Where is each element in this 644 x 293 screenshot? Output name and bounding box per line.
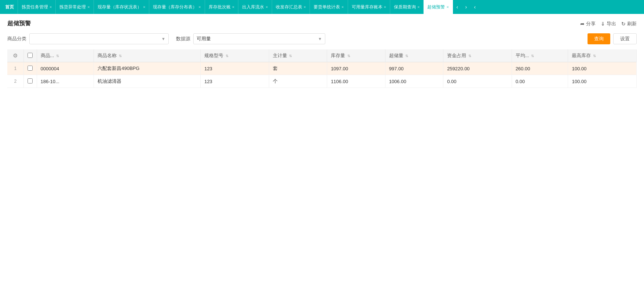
nav-tab-4[interactable]: 现存量（库存分布表） ×: [149, 0, 205, 14]
share-icon: ➦: [580, 21, 585, 27]
row-stock-1: 1106.00: [327, 75, 385, 88]
category-select[interactable]: ▼: [29, 33, 169, 44]
settings-button[interactable]: 设置: [613, 33, 637, 44]
col-max-stock[interactable]: 最高库存 ⇅: [568, 49, 637, 62]
row-checkbox-1[interactable]: [23, 75, 37, 88]
nav-tab-9[interactable]: 可用量库存账本 ×: [348, 0, 390, 14]
select-all-checkbox[interactable]: [28, 53, 33, 58]
datasource-filter: 数据源 可用量 ▼: [176, 33, 325, 44]
export-icon: ⇓: [601, 21, 605, 27]
nav-more-arrow[interactable]: ‹: [471, 0, 479, 14]
close-tab-11[interactable]: ×: [446, 5, 449, 9]
share-button[interactable]: ➦ 分享: [580, 21, 596, 27]
category-label: 商品分类: [7, 36, 26, 42]
row-product-code-0: 0000004: [37, 62, 94, 75]
sort-unit-icon: ⇅: [289, 54, 292, 58]
row-spec-1: 123: [201, 75, 269, 88]
row-select-0[interactable]: [28, 66, 33, 71]
row-max-stock-1: 100.00: [568, 75, 637, 88]
row-product-name-0: 六配套新昌490BPG: [94, 62, 201, 75]
datasource-select[interactable]: 可用量 ▼: [193, 33, 325, 44]
row-capital-0: 259220.00: [443, 62, 512, 75]
table-row: 2 186-10... 机油滤清器 123 个 1106.00 1006.00 …: [7, 75, 637, 88]
datasource-arrow-icon: ▼: [318, 37, 322, 41]
close-tab-9[interactable]: ×: [384, 5, 386, 9]
row-unit-1: 个: [269, 75, 327, 88]
filter-buttons: 查询 设置: [588, 33, 637, 44]
row-overstock-1: 1006.00: [385, 75, 443, 88]
row-select-1[interactable]: [28, 78, 33, 84]
top-nav: 首页 拣货任务管理 × 拣货异常处理 × 现存量（库存状况表） × 现存量（库存…: [0, 0, 644, 14]
nav-tab-10[interactable]: 保质期查询 ×: [390, 0, 424, 14]
close-tab-7[interactable]: ×: [304, 5, 306, 9]
col-spec[interactable]: 规格型号 ⇅: [201, 49, 269, 62]
main-content: 超储预警 ➦ 分享 ⇓ 导出 ↻ 刷新 商品分类 ▼ 数据源: [0, 14, 644, 293]
close-tab-2[interactable]: ×: [87, 5, 89, 9]
row-index-1: 2: [7, 75, 23, 88]
sort-overstock-icon: ⇅: [405, 54, 408, 58]
row-avg-1: 0.00: [512, 75, 568, 88]
nav-tab-1[interactable]: 拣货任务管理 ×: [18, 0, 56, 14]
category-arrow-icon: ▼: [161, 37, 165, 41]
nav-tab-7[interactable]: 收发存汇总表 ×: [272, 0, 310, 14]
datasource-label: 数据源: [176, 36, 190, 42]
query-button[interactable]: 查询: [588, 33, 610, 44]
col-unit[interactable]: 主计量 ⇅: [269, 49, 327, 62]
refresh-icon: ↻: [621, 21, 626, 27]
nav-tab-2[interactable]: 拣货异常处理 ×: [56, 0, 94, 14]
page-header: 超储预警 ➦ 分享 ⇓ 导出 ↻ 刷新: [7, 20, 637, 27]
nav-tab-3[interactable]: 现存量（库存状况表） ×: [94, 0, 149, 14]
close-tab-8[interactable]: ×: [341, 5, 344, 9]
row-index-0: 1: [7, 62, 23, 75]
sort-product-code-icon: ⇅: [56, 54, 59, 58]
row-capital-1: 0.00: [443, 75, 512, 88]
row-max-stock-0: 100.00: [568, 62, 637, 75]
close-tab-4[interactable]: ×: [198, 5, 201, 9]
settings-gear-icon[interactable]: ⚙: [13, 52, 18, 59]
data-table: ⚙ 商品... ⇅ 商品名称 ⇅ 规格型号 ⇅ 主计量: [7, 49, 637, 88]
refresh-button[interactable]: ↻ 刷新: [621, 21, 637, 27]
col-product-name[interactable]: 商品名称 ⇅: [94, 49, 201, 62]
col-stock[interactable]: 库存量 ⇅: [327, 49, 385, 62]
sort-spec-icon: ⇅: [226, 54, 228, 58]
nav-tab-home[interactable]: 首页: [1, 0, 18, 14]
table-header-row: ⚙ 商品... ⇅ 商品名称 ⇅ 规格型号 ⇅ 主计量: [7, 49, 637, 62]
datasource-value: 可用量: [197, 36, 211, 42]
nav-tab-5[interactable]: 库存批次账 ×: [205, 0, 238, 14]
row-overstock-0: 997.00: [385, 62, 443, 75]
col-checkbox: [23, 49, 37, 62]
col-product-code[interactable]: 商品... ⇅: [37, 49, 94, 62]
row-checkbox-0[interactable]: [23, 62, 37, 75]
row-spec-0: 123: [201, 62, 269, 75]
nav-prev-arrow[interactable]: ‹: [453, 0, 462, 14]
close-tab-10[interactable]: ×: [417, 5, 420, 9]
nav-tab-11[interactable]: 超储预警 ×: [424, 0, 453, 14]
nav-next-arrow[interactable]: ›: [462, 0, 471, 14]
category-filter: 商品分类 ▼: [7, 33, 169, 44]
page-title: 超储预警: [7, 20, 31, 27]
close-tab-1[interactable]: ×: [50, 5, 52, 9]
close-tab-3[interactable]: ×: [143, 5, 145, 9]
row-stock-0: 1097.00: [327, 62, 385, 75]
sort-capital-icon: ⇅: [468, 54, 471, 58]
col-capital[interactable]: 资金占用 ⇅: [443, 49, 512, 62]
col-avg[interactable]: 平均... ⇅: [512, 49, 568, 62]
sort-stock-icon: ⇅: [347, 54, 350, 58]
row-product-name-1: 机油滤清器: [94, 75, 201, 88]
close-tab-6[interactable]: ×: [266, 5, 268, 9]
row-avg-0: 260.00: [512, 62, 568, 75]
sort-max-stock-icon: ⇅: [593, 54, 596, 58]
header-actions: ➦ 分享 ⇓ 导出 ↻ 刷新: [580, 21, 637, 27]
filter-row: 商品分类 ▼ 数据源 可用量 ▼ 查询 设置: [7, 33, 637, 44]
col-overstock[interactable]: 超储量 ⇅: [385, 49, 443, 62]
sort-product-name-icon: ⇅: [119, 54, 122, 58]
table-row: 1 0000004 六配套新昌490BPG 123 套 1097.00 997.…: [7, 62, 637, 75]
nav-tab-6[interactable]: 出入库流水 ×: [238, 0, 272, 14]
sort-avg-icon: ⇅: [531, 54, 534, 58]
close-tab-5[interactable]: ×: [232, 5, 234, 9]
export-button[interactable]: ⇓ 导出: [601, 21, 616, 27]
row-unit-0: 套: [269, 62, 327, 75]
row-product-code-1: 186-10...: [37, 75, 94, 88]
col-settings[interactable]: ⚙: [7, 49, 23, 62]
nav-tab-8[interactable]: 要货单统计表 ×: [310, 0, 348, 14]
